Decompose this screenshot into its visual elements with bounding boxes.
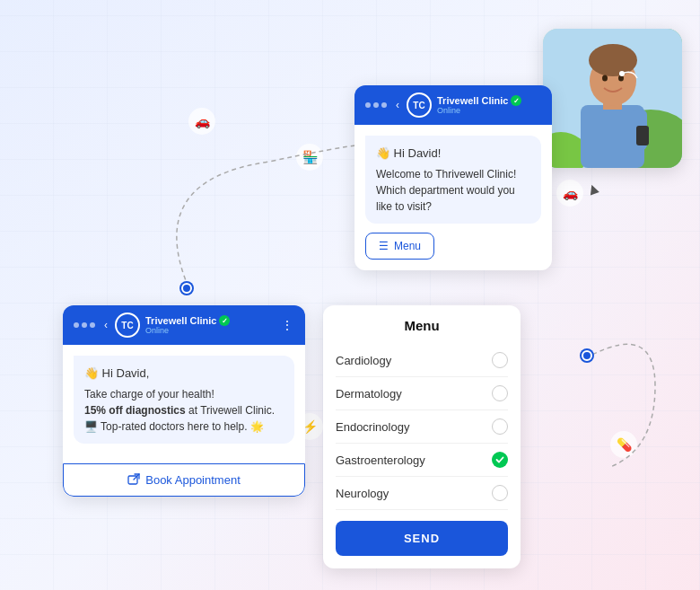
left-avatar: TC — [115, 313, 140, 338]
radio-gastroenterology-checked[interactable] — [492, 452, 508, 468]
radio-neurology[interactable] — [492, 485, 508, 501]
dot-1 — [365, 102, 371, 108]
menu-title: Menu — [336, 318, 508, 333]
right-header-dots — [365, 102, 387, 108]
menu-item-label-cardiology: Cardiology — [336, 354, 391, 367]
left-chat-card: ‹ TC Trivewell Clinic ✓ Online ⋮ 👋 Hi Da… — [63, 305, 305, 497]
left-promo-bold: 15% off diagnostics — [84, 404, 186, 417]
dot-3 — [381, 102, 387, 108]
menu-item-label-endocrinology: Endocrinology — [336, 420, 409, 434]
radio-dermatology[interactable] — [492, 385, 508, 401]
right-clinic-name: Trivewell Clinic ✓ — [437, 95, 541, 106]
right-chat-card: ‹ TC Trivewell Clinic ✓ Online 👋 Hi Davi… — [354, 85, 552, 270]
svg-point-6 — [589, 44, 637, 76]
left-header-dots — [74, 322, 95, 328]
book-appointment-button[interactable]: Book Appointment — [63, 463, 305, 497]
menu-item-label-neurology: Neurology — [336, 487, 389, 500]
map-icon-medical: 💊 — [610, 431, 637, 458]
left-greeting: 👋 Hi David, — [84, 365, 284, 383]
left-chat-header: ‹ TC Trivewell Clinic ✓ Online ⋮ — [63, 305, 305, 345]
svg-point-7 — [602, 75, 608, 82]
left-title-area: Trivewell Clinic ✓ Online — [145, 315, 276, 335]
menu-item-label-gastroenterology: Gastroenterology — [336, 454, 425, 467]
menu-icon: ☰ — [379, 240, 389, 252]
left-message-bubble: 👋 Hi David, Take charge of your health! … — [74, 356, 294, 444]
menu-button[interactable]: ☰ Menu — [365, 233, 434, 260]
left-dot-2 — [82, 322, 87, 328]
send-button[interactable]: SEND — [336, 521, 508, 556]
right-greeting: 👋 Hi David! — [376, 145, 530, 163]
radio-endocrinology[interactable] — [492, 418, 508, 435]
checkmark-icon — [495, 455, 504, 464]
menu-card: Menu Cardiology Dermatology Endocrinolog… — [323, 305, 521, 568]
verified-icon: ✓ — [511, 95, 521, 106]
right-avatar: TC — [407, 92, 432, 118]
right-title-area: Trivewell Clinic ✓ Online — [437, 95, 541, 115]
person-photo — [543, 29, 682, 168]
left-chat-body: 👋 Hi David, Take charge of your health! … — [63, 345, 305, 463]
more-options-icon[interactable]: ⋮ — [281, 318, 294, 332]
left-clinic-name: Trivewell Clinic ✓ — [145, 315, 276, 326]
path-dot-left — [181, 283, 192, 294]
dot-2 — [373, 102, 379, 108]
radio-cardiology[interactable] — [492, 352, 508, 368]
map-icon-car2: 🚗 — [556, 180, 583, 207]
menu-item-gastroenterology[interactable]: Gastroenterology — [336, 444, 508, 477]
menu-item-dermatology[interactable]: Dermatology — [336, 377, 508, 410]
left-dot-1 — [74, 322, 79, 328]
svg-rect-10 — [636, 126, 649, 145]
menu-item-endocrinology[interactable]: Endocrinology — [336, 410, 508, 444]
map-icon-store: 🏪 — [296, 144, 323, 171]
left-status: Online — [145, 326, 276, 335]
external-link-icon — [127, 473, 140, 486]
menu-item-cardiology[interactable]: Cardiology — [336, 344, 508, 377]
left-back-arrow-icon[interactable]: ‹ — [104, 319, 108, 331]
menu-item-neurology[interactable]: Neurology — [336, 477, 508, 510]
back-arrow-icon[interactable]: ‹ — [396, 99, 399, 111]
path-dot-right — [582, 350, 592, 361]
left-message-text: Take charge of your health! 15% off diag… — [84, 386, 284, 435]
right-status: Online — [437, 106, 541, 115]
menu-item-label-dermatology: Dermatology — [336, 387, 402, 401]
right-chat-header: ‹ TC Trivewell Clinic ✓ Online — [354, 85, 552, 125]
right-message-text: Welcome to Thrivewell Clinic! Which depa… — [376, 166, 530, 215]
person-svg — [543, 29, 682, 168]
right-message-bubble: 👋 Hi David! Welcome to Thrivewell Clinic… — [365, 136, 541, 224]
left-verified-icon: ✓ — [219, 315, 230, 326]
svg-point-11 — [619, 71, 625, 76]
map-icon-car: 🚗 — [188, 108, 215, 135]
left-dot-3 — [90, 322, 95, 328]
right-chat-body: 👋 Hi David! Welcome to Thrivewell Clinic… — [354, 125, 552, 270]
